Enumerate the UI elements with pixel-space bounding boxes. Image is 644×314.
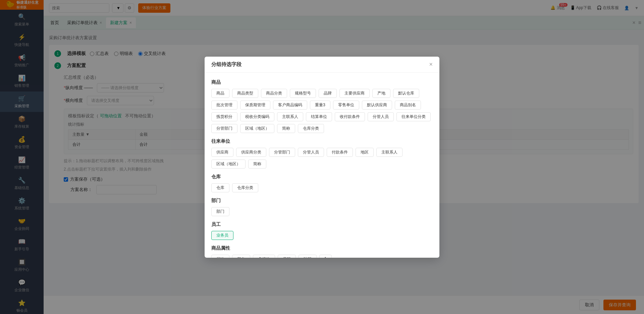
- field-tag-收付款条件[interactable]: 收付款条件: [335, 112, 365, 121]
- field-tag-仓库[interactable]: 仓库: [211, 183, 229, 192]
- field-tag-产地[interactable]: 产地: [372, 89, 390, 98]
- modal-overlay: 分组待选字段 × 商品商品商品类型商品分类规格型号品牌主要供应商产地默认仓库批次…: [0, 0, 644, 314]
- field-tag-分管人员[interactable]: 分管人员: [298, 148, 324, 157]
- field-tag-简称[interactable]: 简称: [248, 160, 266, 169]
- field-select-modal: 分组待选字段 × 商品商品商品类型商品分类规格型号品牌主要供应商产地默认仓库批次…: [205, 57, 439, 258]
- field-tag-区域（地区）[interactable]: 区域（地区）: [240, 124, 274, 133]
- field-tag-供应商分类[interactable]: 供应商分类: [236, 148, 266, 157]
- field-tag-规格型号[interactable]: 规格型号: [290, 89, 316, 98]
- field-tag-商品[interactable]: 商品: [211, 89, 229, 98]
- field-tag-区域（地区）[interactable]: 区域（地区）: [211, 160, 246, 169]
- field-tag-简称[interactable]: 简称: [277, 124, 295, 133]
- field-tag-地区[interactable]: 地区: [356, 148, 374, 157]
- field-tag-重量3[interactable]: 重量3: [310, 101, 330, 110]
- modal-title: 分组待选字段: [211, 61, 241, 68]
- modal-section-员工: 员工: [211, 222, 433, 228]
- field-tags-商品: 商品商品类型商品分类规格型号品牌主要供应商产地默认仓库批次管理保质期管理客户商品…: [211, 89, 433, 133]
- field-tag-鞋码[interactable]: 鞋码: [299, 255, 317, 258]
- modal-section-商品: 商品: [211, 79, 433, 85]
- field-tag-商品别名[interactable]: 商品别名: [395, 101, 421, 110]
- field-tag-分管人员[interactable]: 分管人员: [368, 112, 394, 121]
- field-tag-主要供应商[interactable]: 主要供应商: [339, 89, 370, 98]
- field-tag-客户商品编码[interactable]: 客户商品编码: [273, 101, 307, 110]
- field-tag-多规格[interactable]: 多规格: [253, 255, 275, 258]
- field-tag-品牌[interactable]: 品牌: [319, 89, 337, 98]
- modal-section-商品属性: 商品属性: [211, 245, 433, 251]
- field-tag-税收分类编码[interactable]: 税收分类编码: [240, 112, 274, 121]
- field-tag-尺码[interactable]: 尺码: [278, 255, 296, 258]
- field-tag-结算单位[interactable]: 结算单位: [306, 112, 332, 121]
- field-tag-仓库分类[interactable]: 仓库分类: [298, 124, 324, 133]
- field-tag-业务员[interactable]: 业务员: [211, 231, 233, 240]
- field-tag-分管部门[interactable]: 分管部门: [211, 124, 237, 133]
- field-tags-往来单位: 供应商供应商分类分管部门分管人员付款条件地区主联系人区域（地区）简称: [211, 148, 433, 169]
- field-tag-分管部门[interactable]: 分管部门: [269, 148, 295, 157]
- field-tag-默认供应商[interactable]: 默认供应商: [362, 101, 392, 110]
- modal-section-仓库: 仓库: [211, 174, 433, 180]
- modal-body: 商品商品商品类型商品分类规格型号品牌主要供应商产地默认仓库批次管理保质期管理客户…: [205, 73, 439, 258]
- field-tag-往来单位分类[interactable]: 往来单位分类: [396, 112, 431, 121]
- field-tag-主联系人[interactable]: 主联系人: [277, 112, 303, 121]
- field-tag-供应商[interactable]: 供应商: [211, 148, 233, 157]
- field-tags-部门: 部门: [211, 207, 433, 216]
- field-tag-仓库分类[interactable]: 仓库分类: [232, 183, 258, 192]
- field-tag-付款条件[interactable]: 付款条件: [327, 148, 353, 157]
- field-tag-商品分类[interactable]: 商品分类: [261, 89, 287, 98]
- field-tags-员工: 业务员: [211, 231, 433, 240]
- modal-close-btn[interactable]: ×: [429, 61, 433, 67]
- field-tag-商品类型[interactable]: 商品类型: [232, 89, 258, 98]
- field-tags-仓库: 仓库仓库分类: [211, 183, 433, 192]
- field-tag-批次管理[interactable]: 批次管理: [211, 101, 237, 110]
- field-tag-属性[interactable]: 属性: [211, 255, 229, 258]
- field-tag-主联系人[interactable]: 主联系人: [376, 148, 402, 157]
- field-tag-颜色[interactable]: 颜色: [232, 255, 250, 258]
- field-tag-零售单位[interactable]: 零售单位: [333, 101, 359, 110]
- field-tags-商品属性: 属性颜色多规格尺码鞋码1: [211, 255, 433, 258]
- modal-section-往来单位: 往来单位: [211, 138, 433, 144]
- field-tag-1[interactable]: 1: [319, 255, 332, 258]
- modal-section-部门: 部门: [211, 198, 433, 204]
- field-tag-默认仓库[interactable]: 默认仓库: [393, 89, 419, 98]
- field-tag-部门[interactable]: 部门: [211, 207, 229, 216]
- field-tag-拣货积分[interactable]: 拣货积分: [211, 112, 237, 121]
- modal-header: 分组待选字段 ×: [205, 57, 439, 73]
- field-tag-保质期管理[interactable]: 保质期管理: [240, 101, 270, 110]
